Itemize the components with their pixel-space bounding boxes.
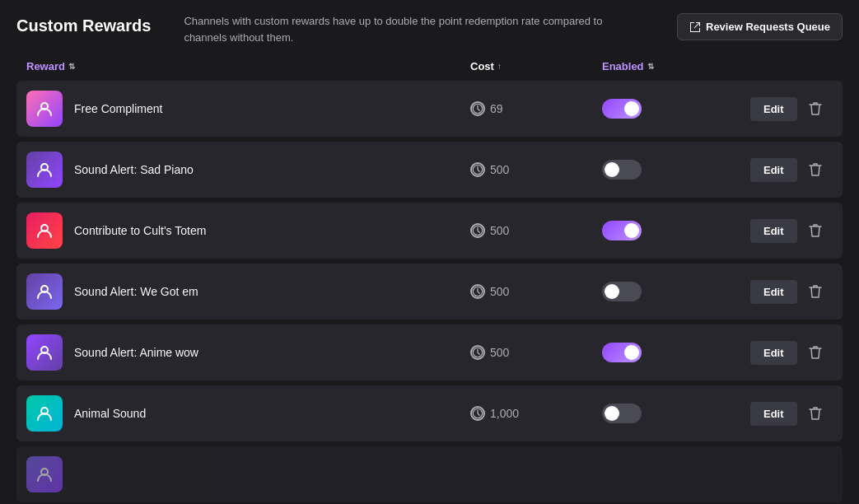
edit-button[interactable]: Edit (750, 280, 797, 304)
reward-sort-button[interactable]: Reward ⇅ (26, 60, 470, 72)
enabled-cell (602, 282, 750, 301)
delete-button[interactable] (805, 403, 825, 424)
edit-button[interactable]: Edit (750, 97, 797, 121)
reward-name: Sound Alert: Anime wow (74, 346, 198, 359)
table-header: Reward ⇅ Cost ↑ Enabled ⇅ (16, 55, 843, 77)
reward-name: Sound Alert: Sad Piano (74, 163, 194, 176)
actions-cell: Edit (750, 219, 833, 243)
enabled-toggle[interactable] (602, 221, 642, 240)
cost-value: 500 (490, 285, 509, 298)
delete-button[interactable] (805, 220, 825, 241)
cost-value: 500 (490, 224, 509, 237)
table-row: Free Compliment 69 Edit (16, 81, 843, 137)
reward-name: Animal Sound (74, 407, 146, 420)
rows-container: Free Compliment 69 Edit (16, 81, 843, 502)
cost-value: 1,000 (490, 407, 519, 420)
cost-cell: 69 (470, 101, 602, 116)
enabled-toggle[interactable] (602, 343, 642, 362)
enabled-cell (602, 221, 750, 240)
reward-icon (26, 152, 63, 188)
cost-icon (470, 284, 485, 299)
table-row: Contribute to Cult's Totem 500 Ed (16, 203, 843, 259)
reward-name: Free Compliment (74, 102, 162, 115)
reward-icon (26, 456, 63, 492)
sort-icon-reward: ⇅ (68, 62, 75, 71)
reward-icon (26, 334, 63, 371)
external-link-icon (689, 21, 701, 33)
reward-icon (26, 395, 63, 432)
reward-name: Sound Alert: We Got em (74, 285, 198, 298)
actions-cell: Edit (750, 280, 833, 304)
table-row (16, 446, 843, 502)
cost-value: 69 (490, 102, 503, 115)
cost-icon (470, 223, 485, 238)
cost-cell: 500 (470, 284, 602, 299)
edit-button[interactable]: Edit (750, 158, 797, 182)
rewards-table: Reward ⇅ Cost ↑ Enabled ⇅ (0, 55, 859, 502)
cost-value: 500 (490, 346, 509, 359)
reward-icon (26, 212, 63, 249)
page-title: Custom Rewards (16, 16, 151, 35)
toggle-thumb (624, 223, 639, 238)
col-cost-header: Cost ↑ (470, 60, 602, 72)
toggle-thumb (624, 345, 639, 360)
toggle-thumb (605, 162, 619, 177)
edit-button[interactable]: Edit (750, 341, 797, 365)
enabled-toggle[interactable] (602, 160, 642, 180)
cost-value: 500 (490, 163, 509, 176)
enabled-cell (602, 343, 750, 362)
cost-icon (470, 406, 485, 421)
delete-button[interactable] (805, 281, 825, 302)
enabled-toggle[interactable] (602, 99, 642, 119)
cost-cell: 500 (470, 223, 602, 238)
reward-icon (26, 273, 63, 310)
actions-cell: Edit (750, 341, 833, 365)
col-reward-header: Reward ⇅ (26, 60, 470, 72)
table-row: Animal Sound 1,000 Edit (16, 385, 843, 441)
cost-icon (470, 162, 485, 177)
cost-icon (470, 345, 485, 360)
toggle-thumb (624, 101, 639, 116)
enabled-toggle[interactable] (602, 282, 642, 301)
sort-icon-enabled: ⇅ (647, 62, 654, 71)
header-description: Channels with custom rewards have up to … (184, 13, 644, 45)
edit-button[interactable]: Edit (750, 219, 797, 243)
toggle-thumb (605, 406, 619, 421)
review-requests-button[interactable]: Review Requests Queue (677, 13, 843, 40)
cost-sort-button[interactable]: Cost ↑ (470, 60, 602, 72)
delete-button[interactable] (805, 159, 825, 180)
cost-cell: 1,000 (470, 406, 602, 421)
actions-cell: Edit (750, 97, 833, 121)
delete-button[interactable] (805, 98, 825, 119)
edit-button[interactable]: Edit (750, 402, 797, 426)
toggle-thumb (605, 284, 619, 299)
enabled-cell (602, 160, 750, 180)
cost-icon (470, 101, 485, 116)
table-row: Sound Alert: We Got em 500 Edit (16, 264, 843, 320)
enabled-sort-button[interactable]: Enabled ⇅ (602, 60, 750, 72)
sort-icon-cost: ↑ (497, 62, 502, 71)
reward-icon (26, 91, 63, 127)
enabled-toggle[interactable] (602, 404, 642, 423)
table-row: Sound Alert: Sad Piano 500 Edit (16, 142, 843, 198)
table-row: Sound Alert: Anime wow 500 Edit (16, 324, 843, 380)
enabled-cell (602, 404, 750, 423)
enabled-cell (602, 99, 750, 119)
actions-cell: Edit (750, 402, 833, 426)
cost-cell: 500 (470, 345, 602, 360)
reward-name: Contribute to Cult's Totem (74, 224, 206, 237)
actions-cell: Edit (750, 158, 833, 182)
delete-button[interactable] (805, 342, 825, 363)
page-header: Custom Rewards Channels with custom rewa… (0, 0, 859, 55)
col-enabled-header: Enabled ⇅ (602, 60, 750, 72)
cost-cell: 500 (470, 162, 602, 177)
